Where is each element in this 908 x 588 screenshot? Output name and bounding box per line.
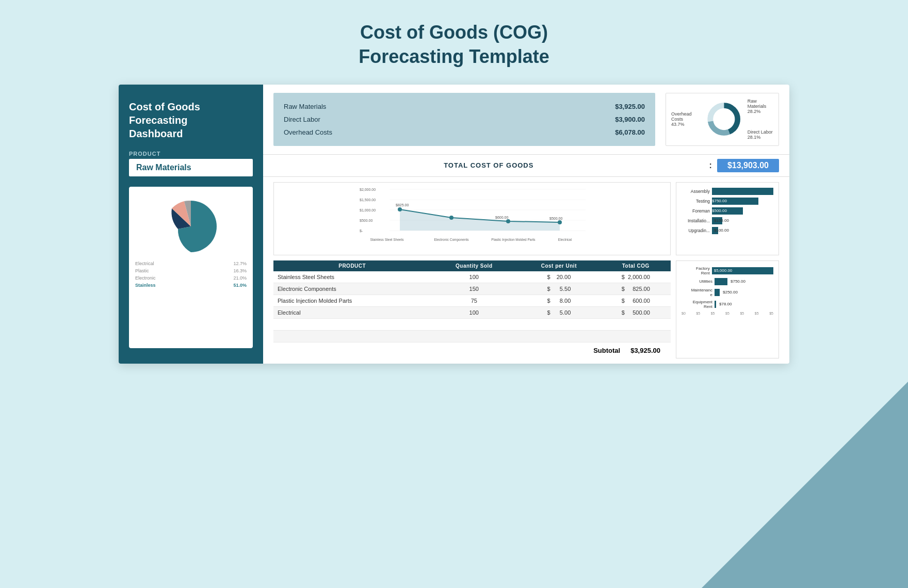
product-row: PRODUCT Raw Materials bbox=[129, 151, 253, 176]
summary-raw-materials: Raw Materials $3,925.00 bbox=[284, 100, 645, 113]
table-row-empty bbox=[273, 330, 671, 342]
table-row: Electrical 100 $ 5.00 $ 500.00 bbox=[273, 306, 671, 318]
table-row: Plastic Injection Molded Parts 75 $ 8.00… bbox=[273, 295, 671, 306]
bar-testing: Testing $750.00 bbox=[682, 198, 773, 205]
svg-text:Electrical: Electrical bbox=[558, 238, 572, 241]
sidebar-title: Cost of GoodsForecastingDashboard bbox=[129, 100, 253, 140]
svg-text:$1,000.00: $1,000.00 bbox=[360, 208, 376, 212]
product-label: PRODUCT bbox=[129, 151, 253, 157]
donut-chart-svg bbox=[706, 99, 742, 140]
subtotal-value: $3,925.00 bbox=[630, 347, 660, 354]
col-cpu: Cost per Unit bbox=[517, 260, 601, 271]
svg-text:Electronic Components: Electronic Components bbox=[434, 238, 469, 242]
svg-text:Stainless Steel Sheets: Stainless Steel Sheets bbox=[370, 238, 404, 241]
bar-utilities: Utilities $750.00 bbox=[682, 278, 773, 285]
svg-text:Plastic Injection Molded Parts: Plastic Injection Molded Parts bbox=[491, 238, 536, 242]
svg-text:$500.00: $500.00 bbox=[360, 219, 372, 222]
svg-text:$600.00: $600.00 bbox=[495, 216, 508, 219]
table-row: Stainless Steel Sheets 100 $ 20.00 $ 2,0… bbox=[273, 271, 671, 283]
svg-point-15 bbox=[449, 216, 453, 220]
dashboard: Cost of GoodsForecastingDashboard PRODUC… bbox=[119, 85, 789, 364]
overhead-bars: FactoryRent $5,000.00 Utilities $750.00 bbox=[676, 260, 779, 358]
svg-text:$2,000.00: $2,000.00 bbox=[360, 188, 376, 191]
svg-text:$500.00: $500.00 bbox=[549, 217, 562, 220]
page-title: Cost of Goods (COG) Forecasting Template bbox=[359, 21, 549, 69]
svg-point-17 bbox=[558, 220, 562, 224]
pie-chart-svg bbox=[150, 193, 232, 260]
bar-upgrading: Upgradin... $100.00 bbox=[682, 227, 773, 234]
line-chart-section: $2,000.00 $1,500.00 $1,000.00 $500.00 $- bbox=[273, 182, 671, 255]
summary-direct-labor: Direct Labor $3,900.00 bbox=[284, 113, 645, 126]
summary-overhead: Overhead Costs $6,078.00 bbox=[284, 126, 645, 139]
main-content: Raw Materials $3,925.00 Direct Labor $3,… bbox=[263, 85, 789, 364]
direct-labor-bars: Assembly Testing $750.00 Foreman $500.00 bbox=[676, 182, 779, 255]
summary-cards: Raw Materials $3,925.00 Direct Labor $3,… bbox=[273, 93, 655, 146]
total-row: TOTAL COST OF GOODS : $13,903.00 bbox=[263, 154, 789, 177]
summary-section: Raw Materials $3,925.00 Direct Labor $3,… bbox=[263, 85, 789, 154]
subtotal-label: Subtotal bbox=[593, 347, 620, 354]
svg-point-16 bbox=[506, 219, 510, 223]
pie-chart-container: Electrical 12.7% Plastic 16.3% Electroni… bbox=[129, 187, 253, 348]
bar-equipment-rent: EquipmentRent $78.00 bbox=[682, 300, 773, 309]
charts-row: $2,000.00 $1,500.00 $1,000.00 $500.00 $- bbox=[263, 177, 789, 260]
svg-text:$825.00: $825.00 bbox=[396, 203, 409, 207]
cog-table: PRODUCT Quantity Sold Cost per Unit Tota… bbox=[273, 260, 671, 342]
bottom-section: PRODUCT Quantity Sold Cost per Unit Tota… bbox=[263, 260, 789, 364]
line-chart-svg: $2,000.00 $1,500.00 $1,000.00 $500.00 $- bbox=[278, 187, 666, 249]
svg-text:$1,500.00: $1,500.00 bbox=[360, 198, 376, 202]
subtotal-row: Subtotal $3,925.00 bbox=[273, 342, 671, 358]
col-qty: Quantity Sold bbox=[431, 260, 517, 271]
col-total: Total COG bbox=[601, 260, 671, 271]
bar-installation: Installatio... $150.00 bbox=[682, 217, 773, 224]
table-row: Electronic Components 150 $ 5.50 $ 825.0… bbox=[273, 283, 671, 295]
svg-text:$-: $- bbox=[360, 229, 363, 233]
table-row-empty bbox=[273, 318, 671, 330]
total-label: TOTAL COST OF GOODS bbox=[273, 161, 704, 169]
svg-point-14 bbox=[398, 207, 402, 211]
background-triangle bbox=[702, 382, 908, 588]
total-value: $13,903.00 bbox=[717, 159, 779, 172]
bar-assembly: Assembly bbox=[682, 188, 773, 195]
product-value: Raw Materials bbox=[129, 159, 253, 176]
sidebar: Cost of GoodsForecastingDashboard PRODUC… bbox=[119, 85, 263, 364]
col-product: PRODUCT bbox=[273, 260, 431, 271]
table-section: PRODUCT Quantity Sold Cost per Unit Tota… bbox=[273, 260, 671, 358]
donut-section: Overhead Costs43.7% Raw Materials28.2% bbox=[666, 93, 779, 146]
bar-foreman: Foreman $500.00 bbox=[682, 207, 773, 215]
bar-factory-rent: FactoryRent $5,000.00 bbox=[682, 266, 773, 275]
bar-maintenance: Maintenance $250.00 bbox=[682, 288, 773, 297]
